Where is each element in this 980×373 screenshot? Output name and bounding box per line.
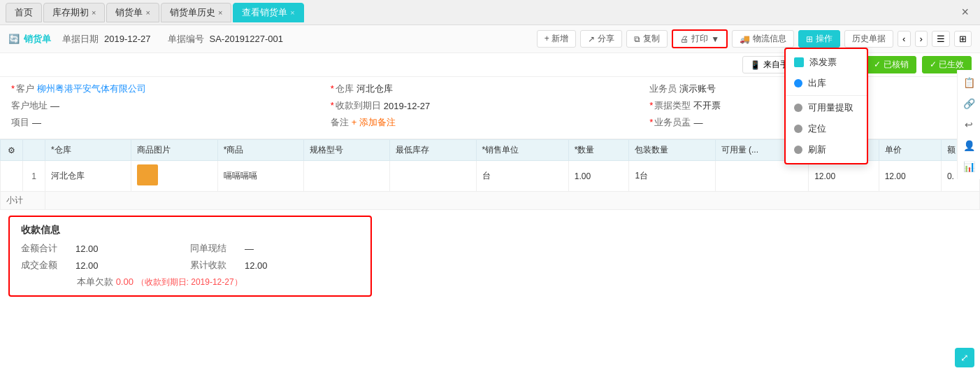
subtotal-values	[45, 192, 980, 210]
tab-sales-label: 销货单	[115, 6, 143, 19]
next-button[interactable]: ›	[915, 31, 928, 47]
tab-inventory-init[interactable]: 库存期初 ×	[43, 3, 105, 22]
arrears-label: 本单欠款	[77, 276, 113, 287]
tab-home[interactable]: 首页	[6, 3, 42, 22]
row-model	[303, 161, 389, 192]
arrears-hint: （收款到期日: 2019-12-27）	[136, 277, 243, 287]
share-button[interactable]: ↗ 分享	[580, 30, 622, 48]
transaction-row: 成交金额 12.00	[21, 259, 190, 272]
tool-link[interactable]: 🔗	[959, 94, 979, 113]
tab-view-label: 查看销货单	[242, 6, 287, 19]
menu-available-qty[interactable]: 可用量提取	[786, 97, 867, 118]
address-value: —	[50, 101, 59, 111]
same-order-value: —	[245, 244, 254, 254]
warehouse-value: 河北仓库	[356, 83, 393, 95]
transaction-value: 12.00	[75, 260, 99, 271]
employee-label: 业务员	[649, 83, 677, 95]
menu-refresh[interactable]: 刷新	[786, 139, 867, 160]
row-stock: 12.00	[809, 161, 879, 192]
locate-icon	[794, 125, 802, 133]
payment-section: 收款信息 金额合计 12.00 同单现结 — 成交金额 12.00 累计收款 1…	[8, 216, 372, 297]
close-window-btn[interactable]: ×	[956, 5, 974, 20]
col-price-header: 单价	[879, 140, 941, 161]
customer-value[interactable]: 柳州粤港平安气体有限公司	[37, 83, 146, 95]
project-label: 项目	[11, 116, 29, 129]
out-stock-label: 出库	[808, 77, 826, 90]
tab-history-label: 销货单历史	[170, 6, 215, 19]
tab-sales-order[interactable]: 销货单 ×	[106, 3, 159, 22]
row-product: 嗝嗝嗝嗝	[217, 161, 303, 192]
row-packqty: 1台	[629, 161, 715, 192]
row-unit: 台	[476, 161, 568, 192]
date-value: 2019-12-27	[104, 34, 151, 44]
col-warehouse-header: *仓库	[45, 140, 131, 161]
col-model-header: 规格型号	[303, 140, 389, 161]
payment-title: 收款信息	[21, 224, 359, 237]
col-product-header: *商品	[217, 140, 303, 161]
tab-view-sales[interactable]: 查看销货单 ×	[233, 3, 303, 22]
expand-button[interactable]: ⤢	[955, 348, 974, 367]
history-button[interactable]: 历史单据	[844, 30, 893, 48]
payment-grid: 金额合计 12.00 同单现结 — 成交金额 12.00 累计收款 12.00 …	[21, 242, 359, 288]
locate-label: 定位	[808, 122, 826, 135]
available-qty-label: 可用量提取	[808, 101, 853, 114]
prev-button[interactable]: ‹	[898, 31, 910, 47]
customer-label: 客户	[11, 83, 34, 95]
row-available	[715, 161, 808, 192]
row-warehouse: 河北仓库	[45, 161, 131, 192]
available-qty-icon	[794, 104, 802, 112]
tool-user[interactable]: 👤	[959, 136, 979, 155]
tool-clipboard[interactable]: 📋	[959, 73, 979, 92]
add-note-button[interactable]: + 添加备注	[352, 116, 396, 129]
menu-divider	[786, 95, 867, 96]
arrears-row: 本单欠款 0.00 （收款到期日: 2019-12-27）	[21, 276, 359, 288]
tab-inventory-close[interactable]: ×	[92, 8, 96, 17]
ticket-type-label: 票据类型	[649, 99, 691, 112]
operate-button[interactable]: ⊞ 操作	[798, 30, 840, 48]
refresh-icon	[794, 146, 802, 154]
view-list-button[interactable]: ☰	[932, 31, 950, 47]
menu-locate[interactable]: 定位	[786, 118, 867, 139]
new-button[interactable]: + 新增	[537, 30, 576, 48]
tool-chart[interactable]: 📊	[959, 157, 979, 176]
view-grid-button[interactable]: ⊞	[954, 31, 972, 47]
row-settings[interactable]	[1, 161, 23, 192]
row-price: 12.00	[879, 161, 941, 192]
doc-icon: 🔄	[8, 34, 20, 44]
menu-add-invoice[interactable]: 添发票	[786, 52, 867, 73]
tab-sales-history[interactable]: 销货单历史 ×	[161, 3, 231, 22]
doc-title-label: 销货单	[24, 33, 51, 45]
tool-return[interactable]: ↩	[959, 115, 979, 134]
col-packqty-header: 包装数量	[629, 140, 715, 161]
doc-title-section: 🔄 销货单	[8, 33, 51, 45]
menu-out-stock[interactable]: 出库	[786, 73, 867, 94]
row-image	[131, 161, 217, 192]
print-icon: 🖨	[680, 34, 689, 44]
payment-date-value: 2019-12-27	[384, 101, 431, 111]
logistics-button[interactable]: 🚚 物流信息	[732, 30, 794, 48]
logistics-icon: 🚚	[740, 34, 750, 44]
copy-button[interactable]: ⧉ 复制	[626, 30, 668, 48]
tab-sales-close[interactable]: ×	[145, 8, 150, 17]
col-seq-header	[23, 140, 45, 161]
confirm-button[interactable]: ✓ 已核销	[866, 56, 916, 73]
address-label: 客户地址	[11, 99, 48, 112]
project-field: 项目 —	[11, 116, 331, 129]
share-icon: ↗	[588, 34, 595, 44]
subtotal-label: 小计	[1, 192, 45, 210]
cumulative-label: 累计收款	[190, 259, 239, 272]
print-button[interactable]: 🖨 打印 ▼	[672, 29, 728, 48]
number-value: SA-20191227-001	[210, 34, 284, 44]
tab-view-close[interactable]: ×	[290, 8, 294, 17]
col-settings-header[interactable]: ⚙	[1, 140, 23, 161]
total-amount-label: 金额合计	[21, 242, 70, 255]
salesperson-label: 业务员盂	[649, 116, 691, 129]
tab-bar: 首页 库存期初 × 销货单 × 销货单历史 × 查看销货单 × ×	[0, 0, 980, 25]
tab-inventory-label: 库存期初	[52, 6, 89, 19]
payment-date-field: 收款到期日 2019-12-27	[331, 99, 650, 112]
warehouse-label: 仓库	[331, 83, 354, 95]
salesperson-value: —	[693, 118, 702, 128]
note-label: 备注	[331, 116, 349, 129]
same-order-label: 同单现结	[190, 242, 239, 255]
tab-history-close[interactable]: ×	[218, 8, 222, 17]
